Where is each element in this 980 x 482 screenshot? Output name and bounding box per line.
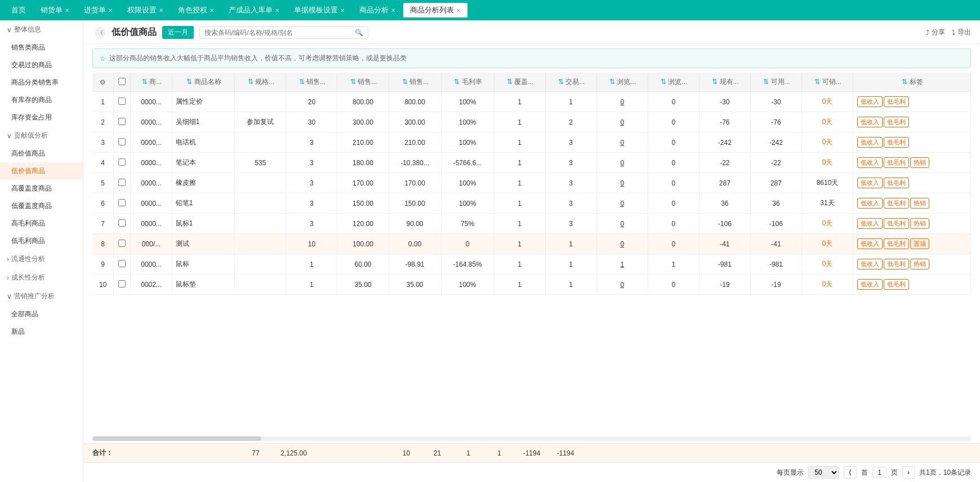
col-available-header[interactable]: ⇅ 可用... (750, 73, 801, 92)
page-word: 页 (891, 468, 898, 477)
sidebar-item-all-goods[interactable]: 全部商品 (0, 306, 83, 323)
row-checkbox[interactable] (118, 118, 126, 125)
sidebar-group-overall[interactable]: ∨ 整体信息 (0, 20, 83, 39)
row-view1-link[interactable]: 1 (620, 260, 624, 268)
select-all-checkbox[interactable] (118, 78, 126, 85)
row-checkbox[interactable] (118, 138, 126, 145)
row-checkbox[interactable] (118, 158, 126, 166)
row-checkbox[interactable] (118, 260, 126, 267)
row-view1-link[interactable]: 0 (620, 240, 624, 248)
sidebar-item-high-value[interactable]: 高价值商品 (0, 145, 83, 162)
sidebar-item-high-coverage[interactable]: 高覆盖度商品 (0, 180, 83, 197)
next-page-button[interactable]: › (902, 466, 915, 479)
row-qty: 20 (286, 92, 337, 112)
row-checkbox[interactable] (118, 199, 126, 206)
sidebar-item-stock-capital[interactable]: 库存资金占用 (0, 109, 83, 126)
col-checkbox[interactable] (114, 73, 131, 92)
time-filter-button[interactable]: 近一月 (162, 26, 194, 39)
nav-tab-purchase-close[interactable]: ✕ (108, 7, 113, 14)
col-tags-header[interactable]: ⇅ 标签 (853, 73, 971, 92)
nav-tab-sales[interactable]: 销货单 ✕ (34, 3, 76, 17)
row-view1-link[interactable]: 0 (620, 159, 624, 167)
col-saleable-header[interactable]: ⇅ 可销... (801, 73, 853, 92)
sort-icon14: ⇅ (814, 78, 820, 86)
nav-tab-template-close[interactable]: ✕ (340, 7, 345, 14)
col-name-header[interactable]: ⇅ 商品名称 (172, 73, 235, 92)
col-trade-header[interactable]: ⇅ 交易... (545, 73, 596, 92)
row-view1-link[interactable]: 0 (620, 281, 624, 289)
sidebar-item-sales-goods[interactable]: 销售类商品 (0, 39, 83, 56)
nav-tab-warehouse[interactable]: 产成品入库单 ✕ (222, 3, 286, 17)
nav-tab-home[interactable]: 首页 (5, 3, 33, 17)
sidebar-group-growth[interactable]: › 成长性分析 (0, 268, 83, 287)
sidebar-item-category-rate[interactable]: 商品分类销售率 (0, 74, 83, 91)
table-row: 70000...鼠标13120.0090.0075%1300-106-1060天… (92, 214, 971, 234)
col-view2-header[interactable]: ⇅ 浏览... (648, 73, 699, 92)
search-input[interactable] (204, 29, 351, 37)
nav-tab-analysis[interactable]: 商品分析 ✕ (353, 3, 402, 17)
row-view1-link[interactable]: 0 (620, 220, 624, 228)
nav-tab-roles[interactable]: 角色授权 ✕ (171, 3, 221, 17)
nav-tab-permissions-close[interactable]: ✕ (159, 7, 163, 14)
row-view1-link[interactable]: 0 (620, 98, 624, 106)
nav-tab-permissions[interactable]: 权限设置 ✕ (121, 3, 170, 17)
col-view1-header[interactable]: ⇅ 浏览... (596, 73, 648, 92)
first-page-button[interactable]: ⟨ (844, 466, 857, 479)
row-num: 5 (92, 173, 114, 193)
row-checkbox[interactable] (118, 219, 126, 227)
nav-tab-template[interactable]: 单据模板设置 ✕ (287, 3, 351, 17)
row-view1-link[interactable]: 0 (620, 118, 624, 126)
nav-tab-sales-close[interactable]: ✕ (65, 7, 69, 14)
search-icon[interactable]: 🔍 (355, 29, 363, 37)
sidebar-group-circulation[interactable]: › 流通性分析 (0, 250, 83, 268)
row-margin: 0 (441, 234, 494, 254)
col-spec-header[interactable]: ⇅ 规格... (235, 73, 286, 92)
row-qty: 1 (286, 254, 337, 275)
col-margin-header[interactable]: ⇅ 毛利率 (441, 73, 494, 92)
row-checkbox-cell (114, 254, 131, 275)
col-coverage-header[interactable]: ⇅ 覆盖... (494, 73, 545, 92)
col-amount-header[interactable]: ⇅ 销售... (389, 73, 441, 92)
row-view1-link[interactable]: 0 (620, 179, 624, 187)
col-qty-header[interactable]: ⇅ 销售... (286, 73, 337, 92)
collapse-sidebar-btn[interactable]: 《 (95, 27, 106, 38)
row-checkbox[interactable] (118, 240, 126, 247)
nav-tab-permissions-label: 权限设置 (127, 5, 157, 15)
col-current-header[interactable]: ⇅ 现有... (699, 73, 750, 92)
row-code: 0000... (131, 132, 172, 153)
sidebar-item-stock-goods[interactable]: 有库存的商品 (0, 91, 83, 109)
nav-tab-analysis-list-close[interactable]: ✕ (456, 7, 461, 14)
page-size-select[interactable]: 50 100 200 (808, 466, 839, 479)
row-checkbox[interactable] (118, 179, 126, 186)
row-view1-link[interactable]: 0 (620, 139, 624, 147)
sidebar-item-low-margin[interactable]: 低毛利商品 (0, 232, 83, 250)
sidebar-item-stock-capital-label: 库存资金占用 (11, 113, 52, 121)
sidebar-group-marketing[interactable]: ∨ 营销推广分析 (0, 287, 83, 306)
scrollbar-thumb[interactable] (92, 436, 261, 441)
horizontal-scrollbar[interactable] (92, 436, 971, 441)
sidebar-item-new-goods[interactable]: 新品 (0, 323, 83, 341)
col-settings[interactable]: ⚙ (92, 73, 114, 92)
sidebar-group-contribution[interactable]: ∨ 贡献值分析 (0, 126, 83, 145)
tag: 置顶 (910, 238, 929, 249)
tag: 低收入 (857, 198, 883, 209)
nav-tab-purchase[interactable]: 进货单 ✕ (77, 3, 119, 17)
row-view1-link[interactable]: 0 (620, 200, 624, 207)
nav-tab-analysis-close[interactable]: ✕ (391, 7, 395, 14)
col-code-header[interactable]: ⇅ 商... (131, 73, 172, 92)
sidebar-item-traded-goods[interactable]: 交易过的商品 (0, 56, 83, 74)
nav-tab-roles-close[interactable]: ✕ (210, 7, 214, 14)
share-button[interactable]: ⤴ 分享 (926, 28, 945, 37)
sidebar-item-low-coverage[interactable]: 低覆盖度商品 (0, 197, 83, 215)
row-checkbox-cell (114, 234, 131, 254)
current-page-input[interactable]: 1 (872, 467, 887, 478)
row-checkbox[interactable] (118, 98, 126, 105)
chevron-down-icon: ∨ (7, 26, 12, 34)
sidebar-item-high-margin[interactable]: 高毛利商品 (0, 215, 83, 232)
row-checkbox[interactable] (118, 280, 126, 288)
nav-tab-warehouse-close[interactable]: ✕ (275, 7, 279, 14)
col-price-header[interactable]: ⇅ 销售... (337, 73, 389, 92)
nav-tab-analysis-list[interactable]: 商品分析列表 ✕ (403, 3, 467, 17)
export-button[interactable]: ⤵ 导出 (952, 28, 971, 37)
sidebar-item-low-value[interactable]: 低价值商品 (0, 162, 83, 180)
